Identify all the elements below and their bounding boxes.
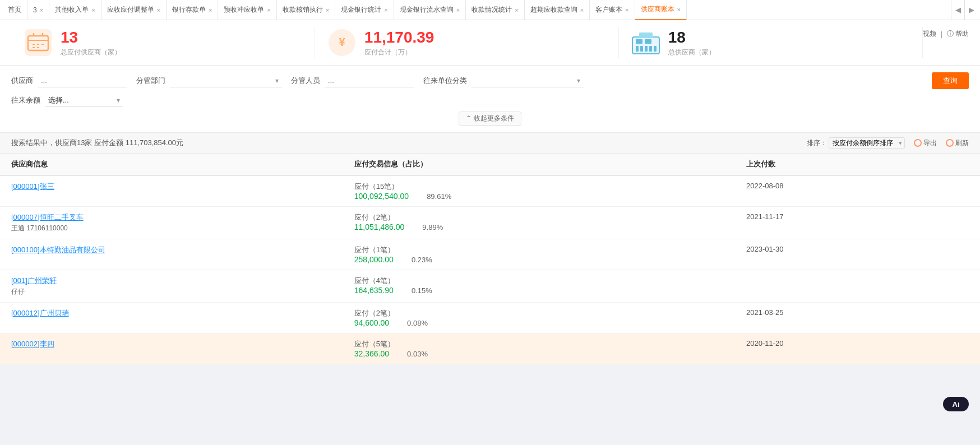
nav-tab-collection-stats[interactable]: 收款情况统计 × xyxy=(466,0,524,20)
help-link[interactable]: ⓘ 帮助 xyxy=(947,29,969,39)
last-pay-date: 2021-03-25 xyxy=(746,308,784,317)
collapse-button[interactable]: ⌃ 收起更多条件 xyxy=(459,112,521,126)
search-button[interactable]: 查询 xyxy=(932,72,969,89)
nav-tab-overdue-close[interactable]: × xyxy=(580,7,584,13)
supplier-info-cell: [001]广州荣轩仔仔 xyxy=(0,270,343,303)
transaction-info-cell: 应付（2笔） 11,051,486.00 9.89% xyxy=(343,207,735,239)
nav-tab-other-income-close[interactable]: × xyxy=(91,7,95,13)
table-row: [000002]李四应付（5笔） 32,366.00 0.03% 2020-11… xyxy=(0,333,980,364)
stat-total-suppliers-content: 18 总供应商（家） xyxy=(668,29,715,57)
video-link[interactable]: 视频 xyxy=(923,29,936,39)
svg-rect-15 xyxy=(636,46,639,52)
nav-arrow-left[interactable]: ◀ xyxy=(951,0,964,20)
nav-arrow-right[interactable]: ▶ xyxy=(964,0,978,20)
nav-tab-home-label: 首页 xyxy=(8,5,21,15)
nav-tab-adjustment-label: 应收应付调整单 xyxy=(107,5,154,15)
balance-label: 往来余额 xyxy=(11,95,40,105)
nav-tab-prepay-close[interactable]: × xyxy=(267,7,270,13)
sort-select[interactable]: 按应付余额倒序排序 xyxy=(829,137,905,149)
nav-tab-bank-deposit-close[interactable]: × xyxy=(209,7,212,13)
export-label: 导出 xyxy=(923,138,937,148)
nav-tab-cash-flow[interactable]: 现金银行流水查询 × xyxy=(394,0,466,20)
supplier-link[interactable]: [000001]张三 xyxy=(11,182,54,191)
svg-rect-18 xyxy=(649,46,652,52)
last-pay-date-cell: 2022-08-08 xyxy=(735,175,980,207)
supplier-label: 供应商 xyxy=(11,76,33,86)
supplier-link[interactable]: [000012]广州贝瑞 xyxy=(11,309,69,317)
nav-tab-customer-ledger-label: 客户账本 xyxy=(595,5,622,15)
dept-select-wrap xyxy=(170,74,282,87)
nav-tab-adjustment[interactable]: 应收应付调整单 × xyxy=(101,0,167,20)
svg-rect-16 xyxy=(640,46,643,52)
pay-label: 应付（15笔） xyxy=(354,182,724,192)
pay-percent: 0.03% xyxy=(407,350,428,358)
nav-tab-overdue[interactable]: 超期应收款查询 × xyxy=(525,0,590,20)
nav-tab-cash-flow-close[interactable]: × xyxy=(456,7,460,13)
supplier-link[interactable]: [000002]李四 xyxy=(11,340,54,348)
supplier-info-cell: [000100]本特勤油品有限公司 xyxy=(0,239,343,270)
table-row: [000100]本特勤油品有限公司应付（1笔） 258,000.00 0.23%… xyxy=(0,239,980,270)
stat-payable-suppliers-label: 总应付供应商（家） xyxy=(61,48,121,57)
export-button[interactable]: 导出 xyxy=(914,138,937,148)
nav-tab-other-income[interactable]: 其他收入单 × xyxy=(49,0,101,20)
person-input[interactable] xyxy=(325,74,414,87)
nav-tab-prepay[interactable]: 预收冲应收单 × xyxy=(218,0,276,20)
supplier-info-cell: [000012]广州贝瑞 xyxy=(0,303,343,333)
nav-tab-customer-ledger[interactable]: 客户账本 × xyxy=(590,0,635,20)
nav-tab-collection-close[interactable]: × xyxy=(326,7,329,13)
nav-tab-supplier-ledger-label: 供应商账本 xyxy=(641,4,674,14)
svg-rect-14 xyxy=(645,39,651,44)
nav-tab-collection[interactable]: 收款核销执行 × xyxy=(277,0,335,20)
filter-category: 往来单位分类 xyxy=(423,74,584,87)
supplier-input[interactable] xyxy=(38,74,127,87)
collapse-btn-label: 收起更多条件 xyxy=(474,114,514,122)
nav-tab-cash-bank-stats[interactable]: 现金银行统计 × xyxy=(335,0,394,20)
supplier-info-cell: [000002]李四 xyxy=(0,333,343,364)
nav-tab-bank-deposit-label: 银行存款单 xyxy=(172,5,206,15)
sort-label-text: 排序： xyxy=(807,139,827,147)
supplier-link[interactable]: [001]广州荣轩 xyxy=(11,276,57,285)
nav-tab-3[interactable]: 3 × xyxy=(27,0,49,20)
supplier-link[interactable]: [000007]恒旺二手叉车 xyxy=(11,213,84,221)
category-label: 往来单位分类 xyxy=(423,76,467,86)
last-pay-date-cell xyxy=(735,270,980,303)
pay-percent: 9.89% xyxy=(422,223,443,231)
pay-label: 应付（5笔） xyxy=(354,339,724,349)
nav-tab-collection-stats-close[interactable]: × xyxy=(515,7,518,13)
last-pay-date-cell: 2021-11-17 xyxy=(735,207,980,239)
nav-tab-bank-deposit[interactable]: 银行存款单 × xyxy=(167,0,218,20)
stat-payable-total: ¥ 11,170.39 应付合计（万） xyxy=(315,27,619,58)
pay-amount: 11,051,486.00 xyxy=(354,222,405,231)
pay-amount: 164,635.90 xyxy=(354,286,394,295)
table-row: [000012]广州贝瑞应付（2笔） 94,600.00 0.08% 2021-… xyxy=(0,303,980,333)
nav-tab-3-close[interactable]: × xyxy=(40,7,43,13)
category-select[interactable] xyxy=(471,74,584,87)
pay-amount: 94,600.00 xyxy=(354,318,389,327)
col-header-lastpay: 上次付数 xyxy=(735,154,980,175)
filter-supplier: 供应商 xyxy=(11,74,127,87)
stat-payable-total-number: 11,170.39 xyxy=(364,29,434,47)
nav-tab-cash-bank-stats-close[interactable]: × xyxy=(384,7,387,13)
dept-select[interactable] xyxy=(170,74,282,87)
supplier-info-cell: [000007]恒旺二手叉车王通 17106110000 xyxy=(0,207,343,239)
nav-tab-supplier-ledger-close[interactable]: × xyxy=(677,6,681,13)
nav-tab-supplier-ledger[interactable]: 供应商账本 × xyxy=(635,0,687,20)
person-label: 分管人员 xyxy=(291,76,320,86)
stat-payable-total-label: 应付合计（万） xyxy=(364,48,434,57)
stat-payable-suppliers-number: 13 xyxy=(61,29,121,47)
refresh-button[interactable]: 刷新 xyxy=(946,138,969,148)
nav-tab-customer-ledger-close[interactable]: × xyxy=(625,7,628,13)
result-bar-right: 排序： 按应付余额倒序排序 导出 刷新 xyxy=(807,137,969,149)
pay-amount: 32,366.00 xyxy=(354,349,389,358)
filter-row-1: 供应商 分管部门 分管人员 往来单位分类 查询 xyxy=(11,72,969,89)
filter-row-2: 往来余额 选择... xyxy=(11,94,969,107)
help-link-text: 帮助 xyxy=(955,30,969,38)
supplier-link[interactable]: [000100]本特勤油品有限公司 xyxy=(11,245,105,254)
nav-tab-home[interactable]: 首页 xyxy=(2,0,27,20)
link-separator: | xyxy=(941,30,942,38)
sort-label: 排序： 按应付余额倒序排序 xyxy=(807,137,905,149)
nav-tab-adjustment-close[interactable]: × xyxy=(157,7,160,13)
balance-select[interactable]: 选择... xyxy=(45,94,123,107)
pay-percent: 0.15% xyxy=(412,286,432,295)
last-pay-date: 2023-01-30 xyxy=(746,245,784,253)
